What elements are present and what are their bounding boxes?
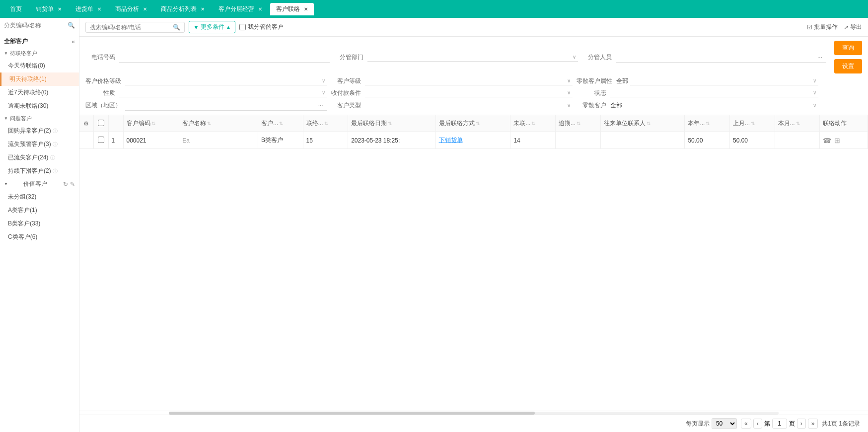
next-page-btn[interactable]: › bbox=[797, 419, 806, 429]
row-last-method[interactable]: 下销货单 bbox=[435, 132, 510, 149]
filter-nature: 性质 ∨ bbox=[85, 88, 327, 97]
last-page-btn[interactable]: » bbox=[808, 419, 818, 429]
nav-purchase[interactable]: 进货单 ✕ bbox=[70, 3, 107, 15]
last-method-link[interactable]: 下销货单 bbox=[439, 137, 463, 144]
nav-sales[interactable]: 销货单 ✕ bbox=[30, 3, 68, 15]
nav-customer-contact[interactable]: 客户联络 ✕ bbox=[270, 3, 314, 15]
sidebar-item-churn-warning[interactable]: 流失预警客户(3) ⓘ bbox=[0, 138, 79, 151]
my-customers-check[interactable]: 我分管的客户 bbox=[239, 23, 284, 31]
col-code[interactable]: 客户编码⇅ bbox=[123, 115, 179, 132]
search-input[interactable] bbox=[90, 24, 171, 31]
nav-product-analysis-list[interactable]: 商品分析列表 ✕ bbox=[155, 3, 211, 15]
col-this-year[interactable]: 本年...⇅ bbox=[685, 115, 730, 132]
table-wrapper: ⚙ 客户编码⇅ 客户名称⇅ 客户...⇅ 联络...⇅ 最后联络日期⇅ 最后联络… bbox=[79, 115, 868, 411]
select-all-checkbox[interactable] bbox=[98, 120, 104, 126]
more-filters-btn[interactable]: ▼ 更多条件 ▲ bbox=[189, 21, 235, 33]
filter-retail-attr-select[interactable]: ∨ bbox=[630, 76, 818, 85]
ellipsis-icon-2[interactable]: ··· bbox=[316, 102, 325, 109]
col-last-method[interactable]: 最后联络方式⇅ bbox=[435, 115, 510, 132]
sidebar-item-repurchase-abnormal[interactable]: 回购异常客户(2) ⓘ bbox=[0, 124, 79, 138]
filter-dept-select[interactable]: ∨ bbox=[367, 53, 578, 62]
per-page-select[interactable]: 50 100 200 bbox=[712, 418, 737, 429]
col-overdue[interactable]: 逾期...⇅ bbox=[555, 115, 600, 132]
bottom-bar: 每页显示 50 100 200 « ‹ 第 页 › » 共1页 1条记录 bbox=[79, 415, 868, 432]
filter-retail-customer-select[interactable]: ∨ bbox=[624, 101, 818, 110]
close-customer-tier-icon[interactable]: ✕ bbox=[258, 6, 262, 12]
sidebar-item-class-b[interactable]: B类客户(33) bbox=[0, 217, 79, 230]
filter-customer-type-select[interactable]: ∨ bbox=[365, 101, 573, 110]
col-last-month[interactable]: 上月...⇅ bbox=[729, 115, 775, 132]
filter-customer-level-select[interactable]: ∨ bbox=[365, 76, 573, 85]
batch-op-btn[interactable]: ☑ 批量操作 bbox=[807, 23, 838, 31]
sidebar-item-churned[interactable]: 已流失客户(24) ⓘ bbox=[0, 151, 79, 164]
col-name[interactable]: 客户名称⇅ bbox=[179, 115, 258, 132]
sidebar-item-ungrouped[interactable]: 未分组(32) bbox=[0, 190, 79, 204]
sidebar-item-today[interactable]: 今天待联络(0) bbox=[0, 59, 79, 72]
filter-payment-terms-select[interactable]: ∨ bbox=[365, 88, 573, 97]
filter-customer-level-label: 客户等级 bbox=[331, 77, 361, 85]
sidebar-search-icon[interactable]: 🔍 bbox=[68, 22, 75, 29]
scroll-track[interactable] bbox=[169, 412, 779, 415]
ellipsis-icon[interactable]: ··· bbox=[815, 54, 824, 61]
col-settings[interactable]: ⚙ bbox=[79, 115, 93, 132]
top-nav: 首页 销货单 ✕ 进货单 ✕ 商品分析 ✕ 商品分析列表 ✕ 客户分层经营 ✕ … bbox=[0, 0, 868, 18]
table-body: 1 000021 Ea B类客户 15 2023-05-23 18:25: 下销… bbox=[79, 132, 868, 149]
scroll-thumb[interactable] bbox=[169, 412, 535, 415]
row-this-year: 50.00 bbox=[685, 132, 730, 149]
filter-price-level-select[interactable]: ∨ bbox=[125, 76, 327, 85]
filter-region-select[interactable]: ··· bbox=[125, 100, 327, 111]
export-btn[interactable]: ↗ 导出 bbox=[844, 23, 862, 31]
close-customer-contact-icon[interactable]: ✕ bbox=[304, 6, 308, 12]
row-select-checkbox[interactable] bbox=[98, 137, 104, 143]
col-this-month[interactable]: 本月...⇅ bbox=[775, 115, 820, 132]
row-type: B类客户 bbox=[258, 132, 303, 149]
col-not-contacted[interactable]: 未联...⇅ bbox=[510, 115, 556, 132]
settings-btn[interactable]: 设置 bbox=[834, 59, 862, 73]
nav-customer-tier[interactable]: 客户分层经营 ✕ bbox=[213, 3, 268, 15]
chevron-down-icon-9: ∨ bbox=[813, 103, 816, 108]
all-customers-header[interactable]: 全部客户 « bbox=[0, 33, 79, 48]
edit-icon[interactable]: ✎ bbox=[70, 181, 75, 188]
sidebar-item-tomorrow[interactable]: 明天待联络(1) bbox=[0, 72, 79, 86]
col-contacts[interactable]: 联络...⇅ bbox=[303, 115, 348, 132]
my-customers-checkbox[interactable] bbox=[239, 24, 246, 30]
export-icon: ↗ bbox=[844, 24, 849, 31]
refresh-icon[interactable]: ↻ bbox=[63, 181, 68, 188]
chevron-down-icon-8: ∨ bbox=[567, 103, 571, 108]
page-input[interactable] bbox=[772, 419, 787, 429]
filter-person-select[interactable]: ··· bbox=[616, 52, 826, 63]
sidebar-item-overdue[interactable]: 逾期未联络(30) bbox=[0, 99, 79, 113]
sidebar-item-declining[interactable]: 持续下滑客户(2) ⓘ bbox=[0, 164, 79, 178]
nav-product-analysis[interactable]: 商品分析 ✕ bbox=[109, 3, 153, 15]
filter-nature-select[interactable]: ∨ bbox=[119, 88, 327, 97]
scroll-bar-area[interactable] bbox=[79, 411, 868, 415]
filter-status-select[interactable]: ∨ bbox=[610, 88, 818, 97]
query-btn[interactable]: 查询 bbox=[834, 41, 862, 55]
filter-phone-input[interactable] bbox=[119, 52, 330, 63]
row-checkbox[interactable] bbox=[93, 132, 108, 149]
close-purchase-icon[interactable]: ✕ bbox=[97, 6, 101, 12]
close-product-analysis-list-icon[interactable]: ✕ bbox=[201, 6, 205, 12]
sidebar-item-7days[interactable]: 近7天待联络(0) bbox=[0, 86, 79, 99]
prev-page-btn[interactable]: ‹ bbox=[753, 419, 762, 429]
close-sales-icon[interactable]: ✕ bbox=[58, 6, 62, 12]
grid-icon[interactable]: ⊞ bbox=[834, 137, 840, 144]
filter-row-4: 区域（地区） ··· 客户类型 ∨ 零散客户 全部 bbox=[85, 100, 862, 111]
sidebar-item-class-c[interactable]: C类客户(6) bbox=[0, 230, 79, 244]
chevron-down-icon-6: ∨ bbox=[567, 90, 571, 95]
col-type[interactable]: 客户...⇅ bbox=[258, 115, 303, 132]
col-checkbox[interactable] bbox=[93, 115, 108, 132]
collapse-icon[interactable]: « bbox=[72, 38, 75, 45]
first-page-btn[interactable]: « bbox=[741, 419, 751, 429]
sidebar-search-input[interactable] bbox=[4, 22, 66, 29]
group-value-customers: 价值客户 ↻ ✎ bbox=[0, 178, 79, 190]
search-icon[interactable]: 🔍 bbox=[173, 24, 180, 31]
close-product-analysis-icon[interactable]: ✕ bbox=[143, 6, 147, 12]
col-company-contact[interactable]: 往来单位联系人⇅ bbox=[600, 115, 685, 132]
row-last-date: 2023-05-23 18:25: bbox=[348, 132, 435, 149]
nav-home[interactable]: 首页 bbox=[4, 3, 28, 15]
filter-icon: ▼ bbox=[193, 24, 199, 31]
contact-icon[interactable]: ☎ bbox=[823, 137, 831, 144]
sidebar-item-class-a[interactable]: A类客户(1) bbox=[0, 204, 79, 217]
col-last-date[interactable]: 最后联络日期⇅ bbox=[348, 115, 435, 132]
